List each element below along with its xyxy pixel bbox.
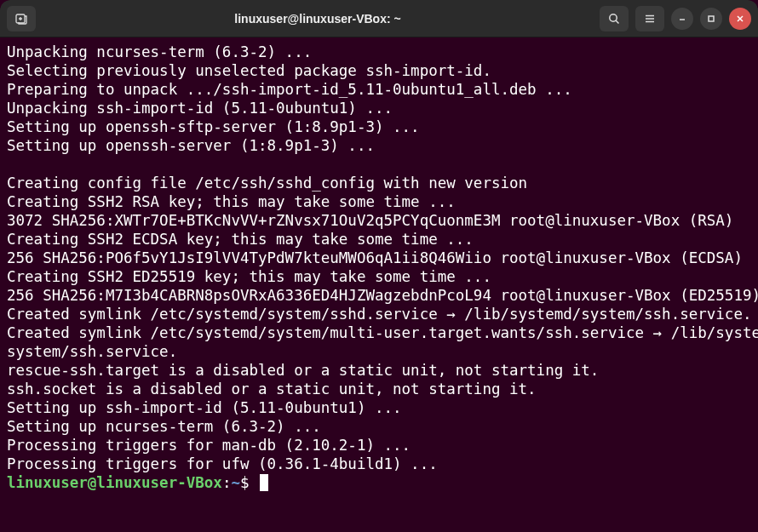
close-icon	[735, 14, 745, 24]
svg-line-4	[616, 20, 618, 23]
terminal-lines: Unpacking ncurses-term (6.3-2) ... Selec…	[7, 43, 751, 473]
new-tab-icon	[14, 12, 28, 26]
terminal-output[interactable]: Unpacking ncurses-term (6.3-2) ... Selec…	[0, 37, 758, 497]
titlebar-left	[7, 6, 36, 31]
search-button[interactable]	[600, 6, 629, 31]
svg-point-3	[610, 14, 617, 20]
hamburger-icon	[643, 12, 657, 26]
close-button[interactable]	[729, 8, 751, 30]
prompt-symbol: $	[240, 474, 250, 491]
titlebar-right	[600, 6, 751, 31]
cursor	[260, 474, 268, 491]
menu-button[interactable]	[635, 6, 664, 31]
svg-rect-9	[709, 16, 714, 21]
prompt-user-host: linuxuser@linuxuser-VBox	[7, 474, 222, 491]
search-icon	[607, 12, 621, 26]
new-tab-button[interactable]	[7, 6, 36, 31]
minimize-button[interactable]	[671, 8, 693, 30]
maximize-icon	[706, 14, 716, 24]
prompt-colon: :	[222, 474, 232, 491]
prompt-path: ~	[231, 474, 240, 491]
maximize-button[interactable]	[700, 8, 722, 30]
titlebar: linuxuser@linuxuser-VBox: ~	[0, 0, 758, 37]
window-title: linuxuser@linuxuser-VBox: ~	[36, 12, 600, 26]
minimize-icon	[677, 14, 687, 24]
